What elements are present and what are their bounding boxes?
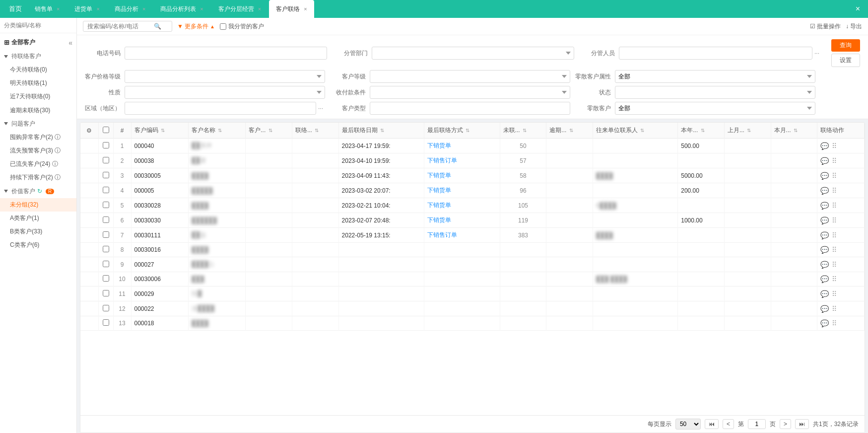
contact-method-link[interactable]: 下销货单 xyxy=(427,202,451,209)
row-last-contact-method[interactable] xyxy=(424,301,500,316)
row-checkbox-cell[interactable] xyxy=(98,301,113,316)
row-checkbox[interactable] xyxy=(103,246,109,252)
row-checkbox-cell[interactable] xyxy=(98,243,113,257)
row-last-contact-method[interactable]: 下销货单 xyxy=(424,168,500,183)
row-checkbox-cell[interactable] xyxy=(98,272,113,287)
close-customer-contact-tab[interactable]: × xyxy=(304,6,307,12)
message-icon[interactable]: 💬 xyxy=(820,202,829,210)
row-checkbox-cell[interactable] xyxy=(98,316,113,331)
grid-action-icon[interactable]: ⠿ xyxy=(832,261,837,269)
sidebar-collapse-icon[interactable]: « xyxy=(68,39,72,47)
row-last-contact-method[interactable]: 下销货单 xyxy=(424,183,500,198)
page-size-select[interactable]: 50 100 200 xyxy=(675,419,701,430)
row-last-contact-method[interactable]: 下销货单 xyxy=(424,139,500,153)
sidebar-item-7days[interactable]: 近7天待联络(0) xyxy=(0,90,76,103)
filter-customer-type-input[interactable] xyxy=(370,102,570,115)
filter-customer-level-select[interactable] xyxy=(370,70,570,83)
page-input[interactable] xyxy=(748,419,766,429)
grid-action-icon[interactable]: ⠿ xyxy=(832,319,837,327)
search-input[interactable] xyxy=(87,23,152,30)
row-checkbox-cell[interactable] xyxy=(98,257,113,272)
code-col-header[interactable]: 客户编码 ⇅ xyxy=(131,123,188,139)
sidebar-all-customers[interactable]: ⊞ 全部客户 « xyxy=(0,35,76,50)
grid-action-icon[interactable]: ⠿ xyxy=(832,275,837,283)
sidebar-group-pending[interactable]: 待联络客户 xyxy=(0,50,76,63)
grid-action-icon[interactable]: ⠿ xyxy=(832,290,837,298)
row-checkbox[interactable] xyxy=(103,157,109,163)
sidebar-item-lost[interactable]: 已流失客户(24) ⓘ xyxy=(0,157,76,171)
last-page-btn[interactable]: ⏭ xyxy=(795,419,809,429)
next-page-btn[interactable]: > xyxy=(780,419,791,429)
contact-method-link[interactable]: 下销售订单 xyxy=(427,157,457,164)
grid-action-icon[interactable]: ⠿ xyxy=(832,172,837,180)
message-icon[interactable]: 💬 xyxy=(820,305,829,313)
row-last-contact-method[interactable]: 下销售订单 xyxy=(424,153,500,168)
row-checkbox-cell[interactable] xyxy=(98,198,113,213)
this-year-col-header[interactable]: 本年... ⇅ xyxy=(678,123,725,139)
sidebar-item-today[interactable]: 今天待联络(0) xyxy=(0,63,76,76)
sidebar-item-declining[interactable]: 持续下滑客户(2) ⓘ xyxy=(0,171,76,184)
row-last-contact-method[interactable] xyxy=(424,272,500,287)
sidebar-item-class-a[interactable]: A类客户(1) xyxy=(0,212,76,225)
row-last-contact-method[interactable] xyxy=(424,243,500,257)
row-checkbox-cell[interactable] xyxy=(98,213,113,228)
no-contact-days-col-header[interactable]: 未联... ⇅ xyxy=(500,123,546,139)
message-icon[interactable]: 💬 xyxy=(820,319,829,327)
filter-nature-select[interactable] xyxy=(125,86,325,99)
grid-action-icon[interactable]: ⠿ xyxy=(832,246,837,254)
row-last-contact-method[interactable]: 下销货单 xyxy=(424,213,500,228)
tab-customer-contact[interactable]: 客户联络 × xyxy=(269,0,314,18)
sidebar-item-tomorrow[interactable]: 明天待联络(1) xyxy=(0,76,76,90)
message-icon[interactable]: 💬 xyxy=(820,172,829,180)
filter-payment-select[interactable] xyxy=(370,86,570,99)
row-last-contact-method[interactable] xyxy=(424,287,500,301)
sidebar-search-input[interactable] xyxy=(4,22,77,29)
row-checkbox-cell[interactable] xyxy=(98,139,113,153)
more-conditions-btn[interactable]: ▼ 更多条件 ▲ xyxy=(177,22,215,31)
contact-method-link[interactable]: 下销售订单 xyxy=(427,231,457,238)
type-col-header[interactable]: 客户... ⇅ xyxy=(246,123,292,139)
row-checkbox-cell[interactable] xyxy=(98,287,113,301)
filter-manager-more[interactable]: ··· xyxy=(812,50,821,57)
home-tab[interactable]: 首页 xyxy=(4,4,27,13)
close-all-tabs[interactable]: × xyxy=(852,4,864,13)
close-product-analysis-list-tab[interactable]: × xyxy=(200,6,203,12)
grid-action-icon[interactable]: ⠿ xyxy=(832,231,837,239)
tab-customer-segment[interactable]: 客户分层经营 × xyxy=(211,0,268,18)
row-checkbox[interactable] xyxy=(103,172,109,178)
row-last-contact-method[interactable]: 下销售订单 xyxy=(424,228,500,243)
filter-region-input[interactable] xyxy=(125,102,316,115)
contact-col-header[interactable]: 联络... ⇅ xyxy=(292,123,338,139)
row-checkbox[interactable] xyxy=(103,261,109,267)
grid-action-icon[interactable]: ⠿ xyxy=(832,157,837,165)
my-customers-checkbox[interactable]: 我分管的客户 xyxy=(220,22,264,31)
reset-btn[interactable]: 设置 xyxy=(831,54,860,67)
row-checkbox[interactable] xyxy=(103,202,109,208)
sidebar-item-ungrouped[interactable]: 未分组(32) xyxy=(0,198,76,212)
message-icon[interactable]: 💬 xyxy=(820,157,829,165)
filter-region-more[interactable]: ··· xyxy=(316,105,325,112)
search-icon[interactable]: 🔍 xyxy=(154,23,161,30)
prev-page-btn[interactable]: < xyxy=(723,419,734,429)
contact-person-col-header[interactable]: 往来单位联系人 ⇅ xyxy=(593,123,677,139)
batch-ops-btn[interactable]: ☑ 批量操作 xyxy=(810,22,841,31)
name-col-header[interactable]: 客户名称 ⇅ xyxy=(188,123,245,139)
grid-action-icon[interactable]: ⠿ xyxy=(832,216,837,224)
contact-method-link[interactable]: 下销货单 xyxy=(427,142,451,149)
checkbox-col-header[interactable] xyxy=(98,123,113,139)
sidebar-item-class-b[interactable]: B类客户(33) xyxy=(0,225,76,238)
grid-action-icon[interactable]: ⠿ xyxy=(832,142,837,150)
row-checkbox[interactable] xyxy=(103,319,109,326)
message-icon[interactable]: 💬 xyxy=(820,142,829,150)
sidebar-item-overdue[interactable]: 逾期未联络(30) xyxy=(0,104,76,117)
message-icon[interactable]: 💬 xyxy=(820,246,829,254)
grid-action-icon[interactable]: ⠿ xyxy=(832,305,837,313)
contact-method-link[interactable]: 下销货单 xyxy=(427,172,451,179)
export-btn[interactable]: ↓ 导出 xyxy=(846,22,862,31)
tab-purchase-order[interactable]: 进货单 × xyxy=(67,0,106,18)
this-month-col-header[interactable]: 本月... ⇅ xyxy=(771,123,817,139)
search-box[interactable]: 🔍 xyxy=(83,21,172,32)
message-icon[interactable]: 💬 xyxy=(820,216,829,224)
row-checkbox-cell[interactable] xyxy=(98,168,113,183)
row-checkbox[interactable] xyxy=(103,187,109,193)
